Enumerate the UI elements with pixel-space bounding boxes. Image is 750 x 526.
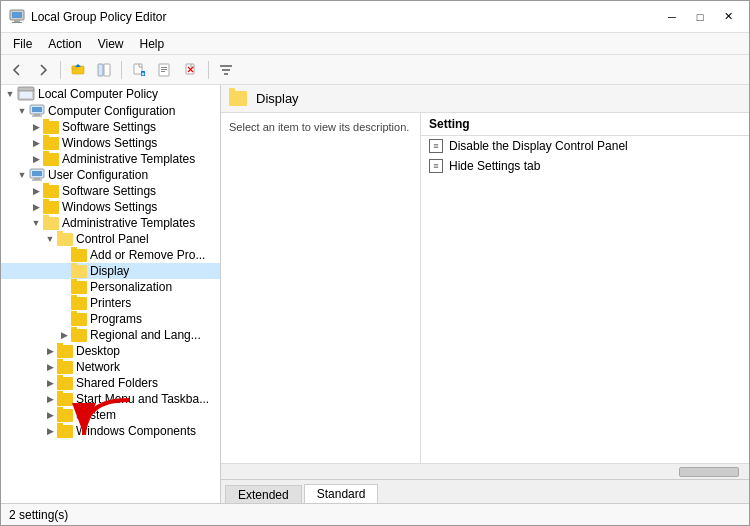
svg-rect-12 bbox=[161, 69, 167, 70]
display-folder-icon bbox=[71, 265, 87, 278]
scrollbar-thumb[interactable] bbox=[679, 467, 739, 477]
tree-control-panel[interactable]: ▼ Control Panel bbox=[1, 231, 220, 247]
horizontal-scrollbar[interactable] bbox=[221, 463, 749, 479]
reg-folder-icon bbox=[71, 329, 87, 342]
svg-rect-8 bbox=[134, 64, 142, 74]
tree-windows-settings-user[interactable]: ▶ Windows Settings bbox=[1, 199, 220, 215]
status-text: 2 setting(s) bbox=[9, 508, 68, 522]
up-button[interactable] bbox=[66, 58, 90, 82]
toolbar-separator-2 bbox=[121, 61, 122, 79]
user-config-icon bbox=[29, 168, 45, 182]
wc-toggle: ▶ bbox=[43, 424, 57, 438]
setting-row-2[interactable]: ≡ Hide Settings tab bbox=[421, 156, 749, 176]
tree-programs[interactable]: Programs bbox=[1, 311, 220, 327]
tree-printers[interactable]: Printers bbox=[1, 295, 220, 311]
right-pane-title: Display bbox=[256, 91, 299, 106]
description-pane: Select an item to view its description. bbox=[221, 113, 421, 463]
forward-button[interactable] bbox=[31, 58, 55, 82]
ws-comp-folder-icon bbox=[43, 137, 59, 150]
svg-rect-20 bbox=[34, 114, 40, 116]
svg-rect-19 bbox=[32, 107, 42, 112]
main-window: Local Group Policy Editor ─ □ ✕ File Act… bbox=[0, 0, 750, 526]
setting-icon-2: ≡ bbox=[429, 159, 443, 173]
setting-column-label: Setting bbox=[429, 117, 470, 131]
cp-folder-icon bbox=[57, 233, 73, 246]
tree-admin-templates-user[interactable]: ▼ Administrative Templates bbox=[1, 215, 220, 231]
toolbar bbox=[1, 55, 749, 85]
tabs-bar: Extended Standard bbox=[221, 479, 749, 503]
properties-button[interactable] bbox=[153, 58, 177, 82]
tree-display[interactable]: Display bbox=[1, 263, 220, 279]
arp-label: Add or Remove Pro... bbox=[90, 248, 205, 262]
svg-rect-7 bbox=[104, 64, 110, 76]
svg-rect-2 bbox=[14, 20, 20, 22]
ws-user-folder-icon bbox=[43, 201, 59, 214]
svg-rect-11 bbox=[161, 67, 167, 68]
left-pane: ▼ Local Computer Policy ▼ Computer Confi… bbox=[1, 85, 221, 503]
window-title: Local Group Policy Editor bbox=[31, 10, 166, 24]
tree-add-remove[interactable]: Add or Remove Pro... bbox=[1, 247, 220, 263]
wc-label: Windows Components bbox=[76, 424, 196, 438]
filter-button[interactable] bbox=[214, 58, 238, 82]
sys-toggle: ▶ bbox=[43, 408, 57, 422]
tree-windows-components[interactable]: ▶ Windows Components bbox=[1, 423, 220, 439]
show-hide-button[interactable] bbox=[92, 58, 116, 82]
back-button[interactable] bbox=[5, 58, 29, 82]
tree-software-settings-comp[interactable]: ▶ Software Settings bbox=[1, 119, 220, 135]
ss-user-toggle: ▶ bbox=[29, 184, 43, 198]
delete-button[interactable] bbox=[179, 58, 203, 82]
maximize-button[interactable]: □ bbox=[687, 7, 713, 27]
sm-toggle: ▶ bbox=[43, 392, 57, 406]
root-label: Local Computer Policy bbox=[38, 87, 158, 101]
net-toggle: ▶ bbox=[43, 360, 57, 374]
sf-toggle: ▶ bbox=[43, 376, 57, 390]
ss-comp-toggle: ▶ bbox=[29, 120, 43, 134]
svg-rect-23 bbox=[32, 171, 42, 176]
tree-user-config[interactable]: ▼ User Configuration bbox=[1, 167, 220, 183]
menu-action[interactable]: Action bbox=[40, 35, 89, 53]
tree-windows-settings-comp[interactable]: ▶ Windows Settings bbox=[1, 135, 220, 151]
app-icon bbox=[9, 9, 25, 25]
menu-help[interactable]: Help bbox=[132, 35, 173, 53]
minimize-button[interactable]: ─ bbox=[659, 7, 685, 27]
print-folder-icon bbox=[71, 297, 87, 310]
ws-comp-label: Windows Settings bbox=[62, 136, 157, 150]
tree-software-settings-user[interactable]: ▶ Software Settings bbox=[1, 183, 220, 199]
svg-rect-24 bbox=[34, 178, 40, 180]
svg-rect-16 bbox=[20, 91, 32, 98]
local-policy-icon bbox=[17, 86, 35, 102]
tree-system[interactable]: ▶ System bbox=[1, 407, 220, 423]
tree-desktop[interactable]: ▶ Desktop bbox=[1, 343, 220, 359]
prog-folder-icon bbox=[71, 313, 87, 326]
ss-user-folder-icon bbox=[43, 185, 59, 198]
tree-start-menu[interactable]: ▶ Start Menu and Taskba... bbox=[1, 391, 220, 407]
tree-computer-config[interactable]: ▼ Computer Configuration bbox=[1, 103, 220, 119]
tree-shared-folders[interactable]: ▶ Shared Folders bbox=[1, 375, 220, 391]
tree-regional[interactable]: ▶ Regional and Lang... bbox=[1, 327, 220, 343]
tree-network[interactable]: ▶ Network bbox=[1, 359, 220, 375]
setting-row-1[interactable]: ≡ Disable the Display Control Panel bbox=[421, 136, 749, 156]
tree-admin-templates-comp[interactable]: ▶ Administrative Templates bbox=[1, 151, 220, 167]
desk-label: Desktop bbox=[76, 344, 120, 358]
svg-rect-17 bbox=[18, 87, 34, 91]
tab-standard[interactable]: Standard bbox=[304, 484, 379, 503]
menu-file[interactable]: File bbox=[5, 35, 40, 53]
user-config-toggle: ▼ bbox=[15, 168, 29, 182]
cp-toggle: ▼ bbox=[43, 232, 57, 246]
reg-label: Regional and Lang... bbox=[90, 328, 201, 342]
status-bar: 2 setting(s) bbox=[1, 503, 749, 525]
net-label: Network bbox=[76, 360, 120, 374]
svg-rect-13 bbox=[161, 71, 165, 72]
cp-label: Control Panel bbox=[76, 232, 149, 246]
tree-personalization[interactable]: Personalization bbox=[1, 279, 220, 295]
close-button[interactable]: ✕ bbox=[715, 7, 741, 27]
tab-extended[interactable]: Extended bbox=[225, 485, 302, 503]
desk-folder-icon bbox=[57, 345, 73, 358]
menu-view[interactable]: View bbox=[90, 35, 132, 53]
tree-root[interactable]: ▼ Local Computer Policy bbox=[1, 85, 220, 103]
pers-label: Personalization bbox=[90, 280, 172, 294]
new-button[interactable] bbox=[127, 58, 151, 82]
right-pane-header: Display bbox=[221, 85, 749, 113]
at-comp-toggle: ▶ bbox=[29, 152, 43, 166]
sf-label: Shared Folders bbox=[76, 376, 158, 390]
